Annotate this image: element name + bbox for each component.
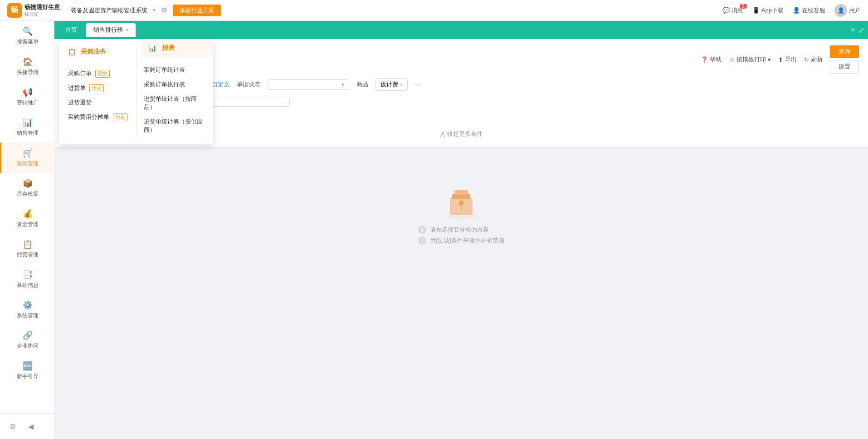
app-download-button[interactable]: 📱 App下载 xyxy=(752,6,784,15)
sidebar-item-marketing[interactable]: 📢 营销推广 xyxy=(0,82,54,112)
sidebar-item-basic[interactable]: 📑 基础信息 xyxy=(0,264,54,295)
guide-icon: 🆕 xyxy=(23,361,33,371)
export-icon: ⬆ xyxy=(778,56,783,63)
tab-close-all-button[interactable]: × xyxy=(851,26,855,34)
help-button[interactable]: ❓ 帮助 xyxy=(701,55,722,64)
empty-state: 1 请先选择要分析的方案 2 用[过滤]条件来缩小分析范围 xyxy=(54,148,868,281)
purchase-col-title: 采购业务 xyxy=(81,48,106,56)
sidebar-label-system: 系统管理 xyxy=(17,312,39,320)
home-icon: 🏠 xyxy=(23,57,33,67)
online-service-button[interactable]: 👤 在线客服 xyxy=(793,6,825,15)
goods-dots[interactable]: ··· xyxy=(415,80,421,89)
sidebar-collapse-button[interactable]: ◀ xyxy=(24,419,38,434)
inventory-icon: 📦 xyxy=(23,178,33,188)
po-exec-label: 采购订单执行表 xyxy=(144,80,185,89)
print-dropdown-icon[interactable]: ▾ xyxy=(768,56,771,63)
tab-fullscreen-button[interactable]: ⤢ xyxy=(858,26,864,35)
sidebar-item-inventory[interactable]: 📦 库存核算 xyxy=(0,173,54,203)
help-icon: ❓ xyxy=(701,56,708,63)
salesperson-dropdown[interactable]: ··· xyxy=(208,97,290,107)
top-header: 畅 畅捷通好生意 标准版 装备及固定资产辅助管理系统 ▾ ⚙ 体验行业方案 💬 … xyxy=(0,0,868,21)
sidebar-item-enterprise[interactable]: 🔗 企业协同 xyxy=(0,325,54,355)
sales-icon: 📊 xyxy=(23,118,33,128)
operations-icon: 📋 xyxy=(23,239,33,249)
user-area[interactable]: 👤 用户 xyxy=(834,4,861,17)
tab-sales-ranking-label: 销售排行榜 xyxy=(93,26,123,34)
print-button[interactable]: 🖨 按模板打印 ▾ xyxy=(729,55,771,64)
logo-main-text: 畅捷通好生意 xyxy=(24,3,60,11)
goods-tag-close[interactable]: × xyxy=(400,82,403,87)
purchase-order-label: 采购订单 xyxy=(68,69,92,78)
dropdown-item-po-exec[interactable]: 采购订单执行表 xyxy=(142,77,206,92)
sidebar-item-guide[interactable]: 🆕 新手引导 xyxy=(0,355,54,386)
expense-label: 采购费用分摊单 xyxy=(68,113,109,121)
user-label: 用户 xyxy=(849,6,861,15)
empty-text-2: 2 用[过滤]条件来缩小分析范围 xyxy=(418,237,504,245)
dropdown-col-purchase: 📋 采购业务 采购订单 历史 进货单 历史 进货退货 采购费用分摊单 历史 xyxy=(66,46,131,137)
dropdown-col-header-purchase: 📋 采购业务 xyxy=(66,46,131,61)
order-status-arrow: ▾ xyxy=(341,82,344,88)
shortcut-custom[interactable]: 自定义 xyxy=(212,80,229,89)
sidebar-item-quick[interactable]: 🏠 快捷导航 xyxy=(0,51,54,82)
return-label: 进货退货 xyxy=(68,99,92,107)
tab-sales-ranking[interactable]: 销售排行榜 × xyxy=(86,23,136,37)
svg-point-4 xyxy=(458,200,464,206)
phone-icon: 📱 xyxy=(752,7,760,14)
enterprise-icon: 🔗 xyxy=(23,330,33,340)
sidebar-label-enterprise: 企业协同 xyxy=(17,342,39,350)
message-button[interactable]: 💬 消息 5 xyxy=(722,6,743,15)
sidebar-item-search[interactable]: 🔍 搜索菜单 xyxy=(0,21,54,51)
dropdown-item-receipt[interactable]: 进货单 历史 xyxy=(66,81,131,95)
sidebar-label-purchase: 采购管理 xyxy=(17,160,39,168)
service-icon: 👤 xyxy=(793,7,800,14)
empty-text-1: 1 请先选择要分析的方案 xyxy=(418,226,504,234)
reports-col-icon: 📊 xyxy=(147,43,158,54)
dropdown-item-receipt-by-goods[interactable]: 进货单统计表（按商品） xyxy=(142,92,206,114)
collapse-up-icon: ⋀ xyxy=(440,131,445,138)
export-button[interactable]: ⬆ 导出 xyxy=(778,55,797,64)
refresh-icon: ↻ xyxy=(804,56,809,63)
dropdown-item-po[interactable]: 采购订单 历史 xyxy=(66,66,131,81)
purchase-dropdown-menu: 📋 采购业务 采购订单 历史 进货单 历史 进货退货 采购费用分摊单 历史 xyxy=(59,39,213,144)
logo-text: 畅捷通好生意 标准版 xyxy=(24,3,60,18)
sidebar-settings-button[interactable]: ⚙ xyxy=(5,419,20,434)
header-right: 💬 消息 5 📱 App下载 👤 在线客服 👤 用户 xyxy=(722,4,861,17)
sidebar-label-sales: 销售管理 xyxy=(17,129,39,137)
sidebar-item-operations[interactable]: 📋 经营管理 xyxy=(0,234,54,264)
sidebar-item-system[interactable]: ⚙️ 系统管理 xyxy=(0,295,54,325)
system-dropdown-arrow[interactable]: ▾ xyxy=(153,7,156,13)
dropdown-item-po-stats[interactable]: 采购订单统计表 xyxy=(142,63,206,77)
sidebar-label-inventory: 库存核算 xyxy=(17,190,39,198)
industry-button[interactable]: 体验行业方案 xyxy=(173,5,221,16)
order-status-label: 单据状态 xyxy=(237,80,260,89)
sidebar-item-purchase[interactable]: 🛒 采购管理 xyxy=(0,143,54,173)
query-button[interactable]: 查询 xyxy=(830,45,859,58)
sidebar-label-quick: 快捷导航 xyxy=(17,69,39,76)
dropdown-col-reports: 📊 报表 采购订单统计表 采购订单执行表 进货单统计表（按商品） 进货单统计表（… xyxy=(142,46,206,137)
sidebar-label-finance: 资金管理 xyxy=(17,221,39,228)
tab-bar-actions: × ⤢ xyxy=(851,26,864,35)
sidebar-item-finance[interactable]: 💰 资金管理 xyxy=(0,203,54,234)
po-stats-label: 采购订单统计表 xyxy=(144,66,185,74)
receipt-by-goods-label: 进货单统计表（按商品） xyxy=(144,95,205,111)
sidebar-label-guide: 新手引导 xyxy=(17,373,39,380)
order-status-dropdown[interactable]: ▾ xyxy=(268,79,349,90)
receipt-by-supplier-label: 进货单统计表（按供应商） xyxy=(144,118,205,134)
sidebar-label-operations: 经营管理 xyxy=(17,251,39,259)
logo-area: 畅 畅捷通好生意 标准版 xyxy=(7,3,62,18)
finance-icon: 💰 xyxy=(23,209,33,219)
dropdown-item-return[interactable]: 进货退货 xyxy=(66,95,131,110)
salesperson-arrow: ··· xyxy=(281,99,285,104)
tab-home[interactable]: 首页 xyxy=(58,23,84,37)
sidebar-item-sales[interactable]: 📊 销售管理 xyxy=(0,112,54,143)
sidebar-label-search: 搜索菜单 xyxy=(17,38,39,46)
gear-icon[interactable]: ⚙ xyxy=(161,6,167,15)
goods-tag: 设计费 × xyxy=(375,78,408,91)
receipt-history-tag: 历史 xyxy=(89,84,104,92)
refresh-button[interactable]: ↻ 刷新 xyxy=(804,55,823,64)
dropdown-item-receipt-by-supplier[interactable]: 进货单统计表（按供应商） xyxy=(142,114,206,137)
tab-close-icon[interactable]: × xyxy=(126,27,128,33)
dropdown-item-expense[interactable]: 采购费用分摊单 历史 xyxy=(66,110,131,124)
set-button[interactable]: 设置 xyxy=(830,60,859,74)
marketing-icon: 📢 xyxy=(23,87,33,97)
